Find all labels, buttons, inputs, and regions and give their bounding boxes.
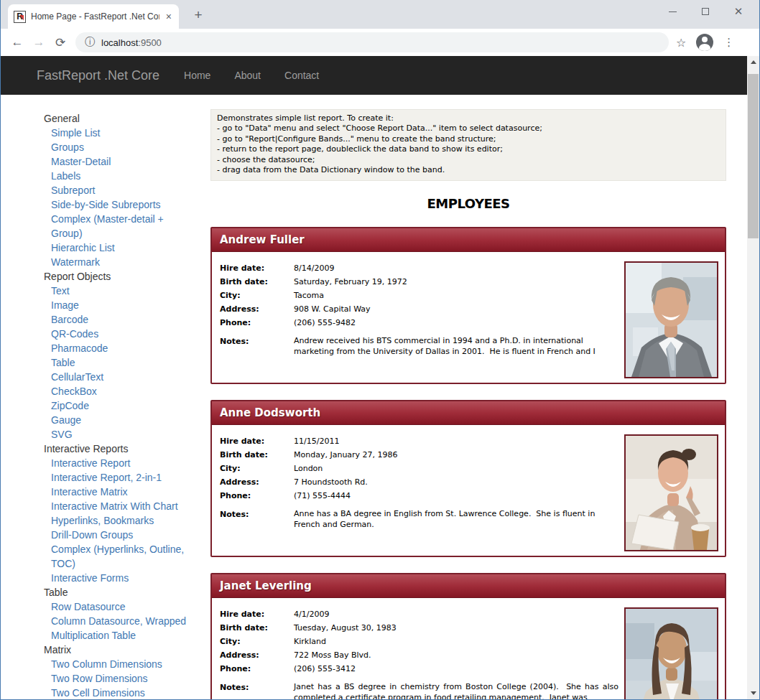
page-scrollbar[interactable] [747,56,759,699]
sidebar-item-watermark[interactable]: Watermark [51,255,195,269]
description-line: - return to the report page, doubleclick… [217,144,720,154]
sidebar-item-interactive-matrix[interactable]: Interactive Matrix [51,485,195,499]
field-label-phone: Phone: [220,662,294,676]
scrollbar-thumb[interactable] [748,74,759,238]
tab-close-icon[interactable]: × [164,11,173,22]
nav-home[interactable]: Home [184,70,210,81]
sidebar-item-two-column-dimensions[interactable]: Two Column Dimensions [51,657,195,671]
field-value-phone: (206) 555-3412 [294,662,356,676]
sidebar-item-interactive-report-2in1[interactable]: Interactive Report, 2-in-1 [51,470,195,485]
browser-actions: ☆ ⋮ [676,34,734,51]
field-label-phone: Phone: [220,316,294,330]
sidebar-item-gauge[interactable]: Gauge [51,413,195,427]
report-title: EMPLOYEES [210,196,726,211]
sidebar-item-checkbox[interactable]: CheckBox [51,384,195,398]
reload-icon[interactable]: ⟳ [50,32,71,53]
address-input[interactable]: ⓘ localhost:9500 [75,32,669,52]
maximize-icon [702,8,709,15]
employee-card-body: Hire date:4/1/2009 Birth date:Tuesday, A… [212,598,725,700]
sidebar-item-drill-down-groups[interactable]: Drill-Down Groups [51,528,195,542]
field-label-address: Address: [220,648,294,662]
tab-title: Home Page - FastReport .Net Cor [31,11,159,22]
field-label-address: Address: [220,302,294,316]
site-navbar: FastReport .Net Core Home About Contact [1,56,759,95]
sidebar-item-subreport[interactable]: Subreport [51,183,195,197]
report-sidebar: General Simple List Groups Master-Detail… [44,95,203,700]
sidebar-item-interactive-report[interactable]: Interactive Report [51,456,195,470]
sidebar-item-two-row-dimensions[interactable]: Two Row Dimensions [51,671,195,686]
browser-tab[interactable]: R Home Page - FastReport .Net Cor × [8,4,179,29]
employee-card-anne-dodsworth: Anne Dodsworth Hire date:11/15/2011 Birt… [210,400,726,557]
sidebar-item-labels[interactable]: Labels [51,169,195,183]
employee-card-andrew-fuller: Andrew Fuller Hire date:8/14/2009 Birth … [210,227,726,384]
sidebar-section-matrix: Matrix [44,643,203,657]
bookmark-star-icon[interactable]: ☆ [676,36,686,50]
sidebar-item-pharmacode[interactable]: Pharmacode [51,341,195,355]
sidebar-item-svg[interactable]: SVG [51,427,195,442]
scroll-up-icon[interactable] [747,56,759,68]
site-brand[interactable]: FastReport .Net Core [37,68,159,83]
close-button[interactable]: ✕ [722,0,755,23]
sidebar-item-complex-hyperlinks-outline-toc[interactable]: Complex (Hyperlinks, Outline, TOC) [51,542,195,571]
field-label-city: City: [220,289,294,302]
sidebar-item-two-cell-dimensions[interactable]: Two Cell Dimensions [51,686,195,700]
back-icon[interactable]: ← [6,32,28,53]
field-value-hire-date: 4/1/2009 [294,607,329,621]
field-label-hire-date: Hire date: [220,607,294,621]
fastreport-favicon-icon: R [14,11,26,23]
sidebar-item-multiplication-table[interactable]: Multiplication Table [51,628,195,643]
sidebar-item-cellulartext[interactable]: CellularText [51,370,195,384]
sidebar-item-simple-list[interactable]: Simple List [51,126,195,140]
sidebar-item-image[interactable]: Image [51,298,195,312]
sidebar-item-complex-master-detail-group[interactable]: Complex (Master-detail + Group) [51,212,195,241]
sidebar-item-hierarchic-list[interactable]: Hierarchic List [51,241,195,255]
field-value-birth-date: Monday, January 27, 1986 [294,448,398,462]
profile-avatar-icon[interactable] [696,34,713,51]
sidebar-item-table[interactable]: Table [51,355,195,370]
page-info-icon[interactable]: ⓘ [85,36,95,49]
field-label-birth-date: Birth date: [220,275,294,289]
field-value-notes: Andrew received his BTS commercial in 19… [294,335,618,357]
sidebar-item-master-detail[interactable]: Master-Detail [51,154,195,169]
forward-icon[interactable]: → [28,32,50,53]
new-tab-button[interactable]: + [189,6,208,24]
sidebar-item-hyperlinks-bookmarks[interactable]: Hyperlinks, Bookmarks [51,513,195,528]
sidebar-item-interactive-matrix-with-chart[interactable]: Interactive Matrix With Chart [51,499,195,513]
field-label-notes: Notes: [220,508,294,530]
tab-strip: R Home Page - FastReport .Net Cor × + ✕ [1,0,759,29]
sidebar-item-zipcode[interactable]: ZipCode [51,398,195,413]
sidebar-item-interactive-forms[interactable]: Interactive Forms [51,571,195,585]
field-value-notes: Janet has a BS degree in chemistry from … [294,681,618,700]
sidebar-item-groups[interactable]: Groups [51,140,195,154]
field-label-address: Address: [220,475,294,489]
employee-photo-janet-leverling [624,607,718,700]
employee-name: Anne Dodsworth [220,406,320,419]
sidebar-item-row-datasource[interactable]: Row Datasource [51,599,195,614]
field-label-notes: Notes: [220,335,294,357]
sidebar-section-report-objects: Report Objects [44,269,203,284]
scroll-down-icon[interactable] [747,687,759,699]
field-value-phone: (206) 555-9482 [294,316,356,330]
nav-about[interactable]: About [234,70,261,81]
field-label-city: City: [220,462,294,475]
field-label-city: City: [220,635,294,648]
nav-contact[interactable]: Contact [284,70,319,81]
field-value-phone: (71) 555-4444 [294,489,351,503]
field-label-phone: Phone: [220,489,294,503]
field-value-city: Kirkland [294,635,326,648]
employee-card-body: Hire date:11/15/2011 Birth date:Monday, … [212,425,725,556]
field-label-birth-date: Birth date: [220,621,294,635]
description-line: - go to "Report|Configure Bands..." menu… [217,134,720,144]
page-content: General Simple List Groups Master-Detail… [1,95,759,700]
sidebar-item-column-datasource-wrapped[interactable]: Column Datasource, Wrapped [51,614,195,628]
sidebar-item-barcode[interactable]: Barcode [51,312,195,327]
sidebar-item-qr-codes[interactable]: QR-Codes [51,327,195,341]
browser-menu-icon[interactable]: ⋮ [723,36,734,49]
employee-name: Andrew Fuller [220,233,305,246]
maximize-button[interactable] [689,0,722,23]
field-value-notes: Anne has a BA degree in English from St.… [294,508,618,530]
sidebar-item-text[interactable]: Text [51,284,195,298]
sidebar-item-side-by-side-subreports[interactable]: Side-by-Side Subreports [51,197,195,212]
minimize-button[interactable] [656,0,689,23]
field-value-address: 722 Moss Bay Blvd. [294,648,371,662]
